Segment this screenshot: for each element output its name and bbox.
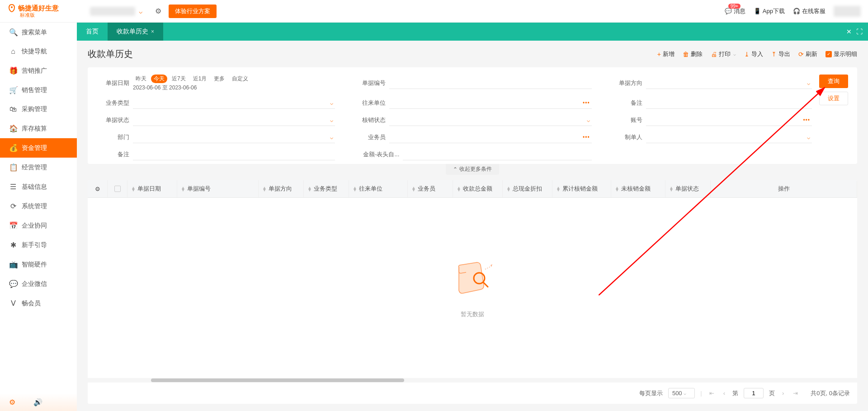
print-button[interactable]: 🖨打印⌵ xyxy=(711,50,736,58)
first-page-button[interactable]: ⇤ xyxy=(708,390,716,397)
chevron-down-icon[interactable]: ⌵ xyxy=(807,80,810,86)
refresh-button[interactable]: ⟳刷新 xyxy=(798,50,817,58)
sidebar-item-0[interactable]: 🔍搜索菜单 xyxy=(0,23,77,42)
col-type[interactable]: ▲▼业务类型 xyxy=(304,180,349,197)
user-avatar[interactable] xyxy=(834,6,861,17)
sidebar-item-9[interactable]: ⟳系统管理 xyxy=(0,196,77,216)
settings-icon[interactable]: ⚙ xyxy=(9,398,15,406)
filter-biz-type-input[interactable] xyxy=(133,98,335,108)
add-button[interactable]: +新增 xyxy=(657,50,675,58)
table-select-all[interactable] xyxy=(108,180,127,197)
sidebar-footer: ⚙ 🔊 xyxy=(0,393,77,411)
sidebar-icon: Ⅴ xyxy=(9,299,17,308)
collapse-filters-button[interactable]: ⌃收起更多条件 xyxy=(446,163,499,175)
filter-account-input[interactable] xyxy=(646,115,812,125)
chevron-down-icon[interactable]: ⌵ xyxy=(330,100,333,106)
export-label: 导出 xyxy=(778,50,790,58)
filter-hx-status-input[interactable] xyxy=(389,115,591,125)
col-hx-amount[interactable]: ▲▼累计核销金额 xyxy=(552,180,611,197)
chevron-down-icon[interactable]: ⌵ xyxy=(807,134,810,140)
col-partner[interactable]: ▲▼往来单位 xyxy=(349,180,408,197)
more-icon[interactable]: ••• xyxy=(803,117,810,123)
filter-maker-input[interactable] xyxy=(646,132,812,142)
more-icon[interactable]: ••• xyxy=(583,134,590,140)
col-whx-amount[interactable]: ▲▼未核销金额 xyxy=(611,180,665,197)
col-docno[interactable]: ▲▼单据编号 xyxy=(177,180,259,197)
sidebar-item-6[interactable]: 💰资金管理 xyxy=(0,138,77,158)
message-button[interactable]: 💬 消息 99+ xyxy=(725,7,745,15)
sidebar-item-13[interactable]: 💬企业微信 xyxy=(0,274,77,294)
col-ywy[interactable]: ▲▼业务员 xyxy=(408,180,453,197)
more-icon[interactable]: ••• xyxy=(583,100,590,106)
filter-partner-input[interactable] xyxy=(389,98,591,108)
search-button[interactable]: 查询 xyxy=(819,75,848,88)
date-chip-5[interactable]: 自定义 xyxy=(229,75,251,83)
page-input[interactable] xyxy=(744,388,764,398)
sidebar-item-2[interactable]: 🎁营销推广 xyxy=(0,61,77,80)
date-chip-4[interactable]: 更多 xyxy=(211,75,227,83)
sidebar-item-label: 库存核算 xyxy=(22,125,47,133)
sidebar-item-8[interactable]: ☰基础信息 xyxy=(0,177,77,196)
filter-panel: 单据日期 昨天今天近7天近1月更多自定义 2023-06-06 至 2023-0… xyxy=(88,67,857,164)
speaker-icon[interactable]: 🔊 xyxy=(33,398,42,406)
date-chip-3[interactable]: 近1月 xyxy=(190,75,210,83)
filter-dept-input[interactable] xyxy=(133,132,335,142)
col-status[interactable]: ▲▼单据状态 xyxy=(665,180,711,197)
sidebar-item-label: 畅会员 xyxy=(22,299,41,308)
prev-page-button[interactable]: ‹ xyxy=(722,390,727,397)
filter-ywy-input[interactable] xyxy=(389,132,591,142)
table-settings-column[interactable]: ⚙ xyxy=(88,180,108,197)
sidebar-item-label: 企业微信 xyxy=(22,280,47,288)
chevron-down-icon[interactable]: ⌵ xyxy=(330,134,333,140)
date-chip-1[interactable]: 今天 xyxy=(151,75,167,83)
tab-1[interactable]: 收款单历史× xyxy=(108,23,163,41)
sidebar-item-3[interactable]: 🛒销售管理 xyxy=(0,80,77,100)
close-all-icon[interactable]: ✕ xyxy=(846,28,852,35)
settings-button[interactable]: 设置 xyxy=(819,92,848,105)
sidebar-item-10[interactable]: 📅企业协同 xyxy=(0,216,77,235)
sidebar-item-1[interactable]: ⌂快捷导航 xyxy=(0,42,77,61)
chevron-down-icon[interactable]: ⌵ xyxy=(330,117,333,123)
sidebar-item-label: 经营管理 xyxy=(22,163,47,172)
filter-remark-input[interactable] xyxy=(646,98,812,108)
sidebar-item-14[interactable]: Ⅴ畅会员 xyxy=(0,294,77,313)
date-chip-2[interactable]: 近7天 xyxy=(169,75,189,83)
import-icon: ⤓ xyxy=(744,51,750,58)
sidebar-item-7[interactable]: 📋经营管理 xyxy=(0,158,77,177)
close-icon[interactable]: × xyxy=(151,28,154,35)
col-date[interactable]: ▲▼单据日期 xyxy=(127,180,177,197)
import-button[interactable]: ⤓导入 xyxy=(744,50,763,58)
logo-text: 畅捷通好生意 xyxy=(18,4,59,13)
col-amount[interactable]: ▲▼收款总金额 xyxy=(453,180,503,197)
date-chip-0[interactable]: 昨天 xyxy=(133,75,149,83)
filter-amount-input[interactable] xyxy=(403,149,591,159)
sidebar-item-5[interactable]: 🏠库存核算 xyxy=(0,119,77,138)
filter-doc-status: 单据状态 ⌵ xyxy=(97,114,335,126)
chevron-down-icon[interactable]: ⌵ xyxy=(587,117,590,123)
gear-icon[interactable]: ⚙ xyxy=(155,7,161,15)
fullscreen-icon[interactable]: ⛶ xyxy=(856,28,863,35)
next-page-button[interactable]: › xyxy=(780,390,786,397)
sidebar-item-4[interactable]: 🛍采购管理 xyxy=(0,100,77,119)
delete-button[interactable]: 🗑删除 xyxy=(683,50,703,58)
sidebar-item-11[interactable]: ✱新手引导 xyxy=(0,235,77,255)
export-button[interactable]: ⤒导出 xyxy=(771,50,790,58)
app-download-button[interactable]: 📱 App下载 xyxy=(754,7,785,15)
filter-doc-dir-input[interactable] xyxy=(646,78,812,88)
sidebar-item-12[interactable]: 📺智能硬件 xyxy=(0,255,77,274)
company-selector[interactable]: ⌵ xyxy=(86,5,146,18)
col-dir[interactable]: ▲▼单据方向 xyxy=(259,180,304,197)
trial-button[interactable]: 体验行业方案 xyxy=(169,5,217,18)
filter-doc-status-input[interactable] xyxy=(133,115,335,125)
last-page-button[interactable]: ⇥ xyxy=(791,390,800,397)
tab-0[interactable]: 首页 xyxy=(77,23,108,41)
filter-doc-no-input[interactable] xyxy=(389,78,591,88)
filter-remark2-input[interactable] xyxy=(133,149,335,159)
page-title: 收款单历史 xyxy=(88,48,133,60)
online-service-button[interactable]: 🎧 在线客服 xyxy=(793,7,826,15)
col-discount[interactable]: ▲▼总现金折扣 xyxy=(503,180,552,197)
per-page-select[interactable]: 500 ⌵ xyxy=(668,388,695,398)
horizontal-scrollbar[interactable] xyxy=(88,378,857,383)
online-service-label: 在线客服 xyxy=(802,7,826,15)
show-detail-toggle[interactable]: ✓显示明细 xyxy=(826,50,857,58)
